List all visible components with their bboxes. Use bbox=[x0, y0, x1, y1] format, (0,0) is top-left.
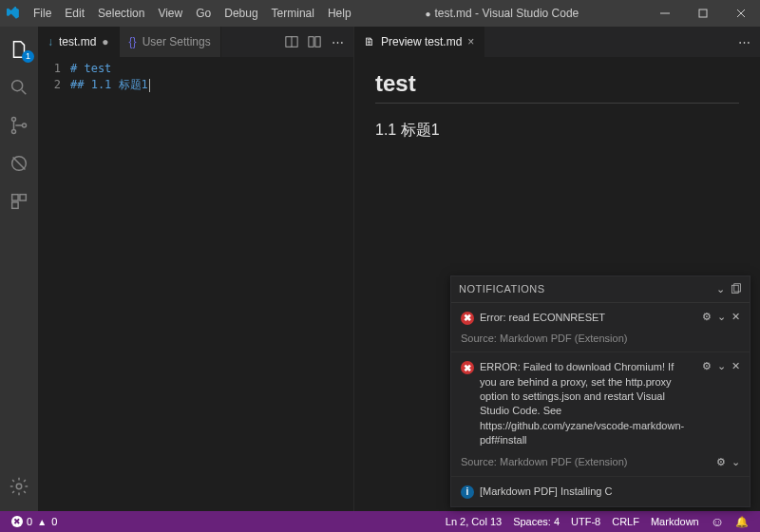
menu-edit[interactable]: Edit bbox=[58, 0, 91, 27]
close-icon[interactable]: ✕ bbox=[732, 311, 740, 323]
tab-label: User Settings bbox=[142, 35, 211, 48]
tab-user-settings[interactable]: {} User Settings bbox=[120, 27, 221, 57]
close-icon[interactable]: ✕ bbox=[732, 360, 740, 372]
svg-point-3 bbox=[11, 129, 15, 133]
window-close-button[interactable] bbox=[722, 0, 760, 27]
menu-help[interactable]: Help bbox=[321, 0, 358, 27]
menu-terminal[interactable]: Terminal bbox=[265, 0, 321, 27]
menu-selection[interactable]: Selection bbox=[91, 0, 151, 27]
editor-group-left: ↓ test.md ● {} User Settings bbox=[38, 27, 353, 511]
status-feedback-icon[interactable] bbox=[705, 514, 730, 529]
notification-item: ✖ Error: read ECONNRESET ⚙ ⌄ ✕ Source: M… bbox=[451, 303, 750, 352]
more-icon[interactable]: ⋯ bbox=[329, 33, 346, 50]
vscode-logo-icon bbox=[0, 7, 27, 20]
preview-rule bbox=[375, 103, 739, 104]
notification-source: Source: Markdown PDF (Extension) bbox=[461, 332, 627, 344]
error-icon: ✖ bbox=[461, 312, 474, 325]
svg-point-1 bbox=[12, 81, 23, 91]
gear-icon[interactable]: ⚙ bbox=[702, 311, 712, 323]
notification-item: i [Markdown PDF] Installing C bbox=[451, 477, 750, 506]
activity-explorer-icon[interactable]: 1 bbox=[0, 30, 38, 68]
window-title-text: test.md - Visual Studio Code bbox=[434, 7, 579, 20]
notifications-title: NOTIFICATIONS bbox=[459, 283, 545, 294]
tab-preview[interactable]: 🗎 Preview test.md × bbox=[354, 27, 484, 57]
tab-label: Preview test.md bbox=[381, 35, 462, 48]
open-preview-icon[interactable] bbox=[283, 33, 300, 50]
editor-group-right: 🗎 Preview test.md × ⋯ test 1.1 标题1 bbox=[353, 27, 760, 511]
notification-item: ✖ ERROR: Failed to download Chromium! If… bbox=[451, 352, 750, 476]
chevron-down-icon[interactable]: ⌄ bbox=[717, 311, 726, 323]
activity-debug-icon[interactable] bbox=[0, 144, 38, 182]
info-icon: i bbox=[461, 485, 474, 499]
menu-go[interactable]: Go bbox=[189, 0, 218, 27]
activity-search-icon[interactable] bbox=[0, 68, 38, 106]
more-icon[interactable]: ⋯ bbox=[735, 33, 752, 50]
preview-icon: 🗎 bbox=[364, 35, 375, 48]
chevron-down-icon[interactable]: ⌄ bbox=[716, 283, 725, 295]
preview-heading-1: test bbox=[375, 70, 739, 97]
svg-rect-6 bbox=[12, 195, 18, 200]
svg-point-2 bbox=[11, 118, 15, 122]
error-count-icon: ✖ bbox=[11, 516, 23, 527]
gear-icon[interactable]: ⚙ bbox=[716, 456, 726, 468]
code-line: ## 1.1 标题1 bbox=[70, 78, 148, 91]
code-editor[interactable]: 1 2 # test ## 1.1 标题1 bbox=[38, 57, 353, 93]
status-warnings: 0 bbox=[51, 516, 57, 527]
error-icon: ✖ bbox=[461, 361, 474, 374]
markdown-preview: test 1.1 标题1 bbox=[354, 57, 760, 154]
activity-settings-icon[interactable] bbox=[0, 467, 38, 505]
svg-rect-8 bbox=[12, 202, 18, 208]
text-cursor bbox=[149, 79, 150, 92]
activity-badge: 1 bbox=[22, 50, 34, 63]
status-errors: 0 bbox=[27, 516, 32, 527]
settings-file-icon: {} bbox=[129, 35, 137, 48]
tab-test-md[interactable]: ↓ test.md ● bbox=[38, 27, 120, 57]
notification-message: Error: read ECONNRESET bbox=[480, 311, 693, 325]
line-numbers: 1 2 bbox=[38, 61, 70, 93]
notification-source: Source: Markdown PDF (Extension) bbox=[461, 456, 627, 467]
split-editor-icon[interactable] bbox=[306, 33, 323, 50]
window-maximize-button[interactable] bbox=[684, 0, 722, 27]
status-language[interactable]: Markdown bbox=[645, 516, 705, 527]
close-icon[interactable]: × bbox=[467, 35, 474, 48]
notification-message: ERROR: Failed to download Chromium! If y… bbox=[480, 360, 693, 447]
menu-view[interactable]: View bbox=[151, 0, 189, 27]
status-encoding[interactable]: UTF-8 bbox=[565, 516, 606, 527]
svg-rect-12 bbox=[315, 37, 320, 48]
notifications-panel: NOTIFICATIONS ⌄ ✖ Error: read ECONNRESET bbox=[450, 276, 750, 507]
status-indent[interactable]: Spaces: 4 bbox=[507, 516, 565, 527]
svg-rect-11 bbox=[309, 37, 314, 48]
tabs-right: 🗎 Preview test.md × ⋯ bbox=[354, 27, 760, 57]
menu-debug[interactable]: Debug bbox=[218, 0, 264, 27]
status-notifications-icon[interactable] bbox=[730, 516, 754, 528]
gear-icon[interactable]: ⚙ bbox=[702, 360, 712, 372]
activity-git-icon[interactable] bbox=[0, 106, 38, 144]
svg-point-4 bbox=[22, 124, 26, 127]
chevron-down-icon[interactable]: ⌄ bbox=[717, 360, 726, 372]
tab-label: test.md bbox=[59, 35, 96, 48]
clear-all-icon[interactable] bbox=[731, 283, 742, 294]
svg-rect-7 bbox=[20, 195, 26, 200]
activity-extensions-icon[interactable] bbox=[0, 182, 38, 220]
code-line: # test bbox=[70, 62, 111, 75]
svg-point-9 bbox=[16, 484, 22, 489]
status-lncol[interactable]: Ln 2, Col 13 bbox=[440, 516, 507, 527]
title-bar: File Edit Selection View Go Debug Termin… bbox=[0, 0, 760, 27]
chevron-down-icon[interactable]: ⌄ bbox=[732, 456, 740, 468]
menu-file[interactable]: File bbox=[27, 0, 58, 27]
preview-heading-2: 1.1 标题1 bbox=[375, 121, 739, 141]
window-minimize-button[interactable] bbox=[646, 0, 684, 27]
notification-message: [Markdown PDF] Installing C bbox=[480, 484, 740, 499]
status-eol[interactable]: CRLF bbox=[606, 516, 645, 527]
status-problems[interactable]: ✖0 0 bbox=[6, 516, 63, 527]
status-bar: ✖0 0 Ln 2, Col 13 Spaces: 4 UTF-8 CRLF M… bbox=[0, 511, 760, 532]
window-title: test.md - Visual Studio Code bbox=[425, 7, 579, 20]
markdown-file-icon: ↓ bbox=[48, 35, 53, 48]
tabs-left: ↓ test.md ● {} User Settings bbox=[38, 27, 353, 57]
activity-bar: 1 bbox=[0, 27, 38, 511]
warning-count-icon bbox=[36, 516, 48, 527]
svg-rect-0 bbox=[699, 10, 707, 17]
dirty-indicator-icon[interactable]: ● bbox=[102, 35, 108, 48]
notifications-header: NOTIFICATIONS ⌄ bbox=[451, 276, 750, 303]
dirty-dot-icon bbox=[425, 7, 430, 20]
